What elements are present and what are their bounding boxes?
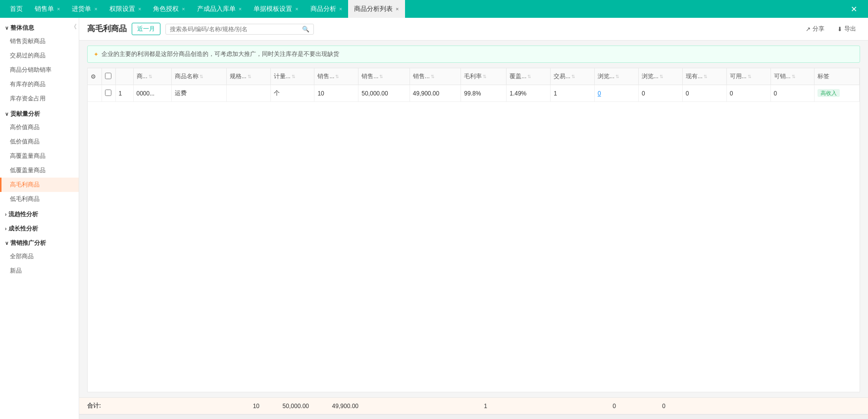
settings-icon[interactable]: ⚙ <box>91 73 96 80</box>
footer-sales2: 50,000.00 <box>269 403 309 410</box>
nav-close-icon[interactable]: × <box>339 6 342 12</box>
sidebar-item-商品分销助销率[interactable]: 商品分销助销率 <box>0 63 79 77</box>
nav-item-商品分析[interactable]: 商品分析× <box>305 0 348 18</box>
horizontal-scrollbar[interactable] <box>79 414 868 419</box>
sidebar-group-label: 成长性分析 <box>8 225 38 233</box>
sidebar-item-低毛利商品[interactable]: 低毛利商品 <box>0 192 79 206</box>
sort-icon: ⇅ <box>200 74 204 79</box>
sort-icon: ⇅ <box>292 74 296 79</box>
table-cell <box>226 85 270 102</box>
column-label: 标签 <box>817 72 829 81</box>
sidebar-group-流趋性分析[interactable]: ›流趋性分析 <box>0 206 79 221</box>
column-header- <box>102 68 115 85</box>
chevron-icon: ∨ <box>5 240 8 246</box>
row-checkbox[interactable] <box>105 90 111 96</box>
column-header-交易...[interactable]: 交易...⇅ <box>551 68 595 85</box>
sidebar-item-高价值商品[interactable]: 高价值商品 <box>0 120 79 135</box>
column-header-可销...[interactable]: 可销...⇅ <box>770 68 815 85</box>
sidebar-item-低覆盖量商品[interactable]: 低覆盖量商品 <box>0 163 79 178</box>
column-header-可用...[interactable]: 可用...⇅ <box>726 68 770 85</box>
sort-icon: ⇅ <box>704 74 708 79</box>
column-header-销售...[interactable]: 销售...⇅ <box>358 68 410 85</box>
footer-label: 合计: <box>87 402 101 410</box>
sidebar-item-库存资金占用[interactable]: 库存资金占用 <box>0 92 79 106</box>
sidebar-group-label: 营销推广分析 <box>10 239 46 247</box>
chevron-icon: › <box>5 212 6 217</box>
column-header-计量...[interactable]: 计量...⇅ <box>270 68 314 85</box>
sidebar-group-营销推广分析[interactable]: ∨营销推广分析 <box>0 235 79 249</box>
column-header-商...[interactable]: 商...⇅ <box>133 68 171 85</box>
column-header-覆盖...[interactable]: 覆盖...⇅ <box>507 68 551 85</box>
period-button[interactable]: 近一月 <box>132 23 160 35</box>
content-area: 高毛利商品 近一月 🔍 ↗ 分享 ⬇ 导出 ✦ 企业的主要 <box>79 18 868 419</box>
search-icon[interactable]: 🔍 <box>302 26 309 33</box>
sort-icon: ⇅ <box>571 74 575 79</box>
top-navigation: 首页销售单×进货单×权限设置×角色授权×产成品入库单×单据模板设置×商品分析×商… <box>0 0 868 18</box>
sidebar-item-新品[interactable]: 新品 <box>0 264 79 278</box>
nav-item-商品分析列表[interactable]: 商品分析列表× <box>348 0 405 18</box>
column-header-毛利率[interactable]: 毛利率⇅ <box>461 68 507 85</box>
table-cell: 1.49% <box>507 85 551 102</box>
nav-close-icon[interactable]: × <box>396 6 399 12</box>
nav-item-权限设置[interactable]: 权限设置× <box>103 0 147 18</box>
sidebar-group-label: 整体信息 <box>10 24 34 32</box>
select-all-checkbox[interactable] <box>105 73 111 79</box>
nav-item-单据模板设置[interactable]: 单据模板设置× <box>248 0 304 18</box>
nav-close-icon[interactable]: × <box>182 6 185 12</box>
nav-item-进货单[interactable]: 进货单× <box>66 0 103 18</box>
table-cell: 0 <box>595 85 639 102</box>
data-table: ⚙商...⇅商品名称⇅规格...⇅计量...⇅销售...⇅销售...⇅销售...… <box>88 68 860 102</box>
column-label: 销售... <box>317 72 334 81</box>
sidebar-item-高毛利商品[interactable]: 高毛利商品 <box>0 178 79 192</box>
table-cell: 0 <box>770 85 815 102</box>
sidebar-group-label: 流趋性分析 <box>8 210 38 219</box>
data-table-container: ⚙商...⇅商品名称⇅规格...⇅计量...⇅销售...⇅销售...⇅销售...… <box>87 68 860 392</box>
nav-item-销售单[interactable]: 销售单× <box>29 0 66 18</box>
table-cell: 个 <box>270 85 314 102</box>
sidebar-group-成长性分析[interactable]: ›成长性分析 <box>0 221 79 235</box>
table-cell: 0 <box>638 85 682 102</box>
column-label: 计量... <box>274 72 291 81</box>
sidebar-collapse-button[interactable]: 《 <box>69 22 79 32</box>
sidebar-item-高覆盖量商品[interactable]: 高覆盖量商品 <box>0 149 79 163</box>
sidebar-item-全部商品[interactable]: 全部商品 <box>0 249 79 264</box>
nav-item-首页[interactable]: 首页 <box>4 0 29 18</box>
window-close-button[interactable]: ✕ <box>844 0 864 18</box>
sidebar-group-贡献量分析[interactable]: ∨贡献量分析 <box>0 106 79 120</box>
nav-close-icon[interactable]: × <box>295 6 298 12</box>
sidebar-group-label: 贡献量分析 <box>10 110 40 118</box>
search-input[interactable] <box>170 26 302 33</box>
info-banner: ✦ 企业的主要的利润都是这部分商品创造的，可考虑加大推广，同时关注库存是不要出现… <box>87 46 860 63</box>
sidebar-group-整体信息[interactable]: ∨整体信息 <box>0 20 79 34</box>
column-header-规格...[interactable]: 规格...⇅ <box>226 68 270 85</box>
sort-icon: ⇅ <box>335 74 339 79</box>
column-header-销售...[interactable]: 销售...⇅ <box>314 68 358 85</box>
sidebar: 《 ∨整体信息销售贡献商品交易过的商品商品分销助销率有库存的商品库存资金占用∨贡… <box>0 18 79 419</box>
table-cell: 1 <box>551 85 595 102</box>
export-button[interactable]: ⬇ 导出 <box>833 23 860 35</box>
nav-item-角色授权[interactable]: 角色授权× <box>147 0 191 18</box>
share-button[interactable]: ↗ 分享 <box>802 23 828 35</box>
sidebar-item-有库存的商品[interactable]: 有库存的商品 <box>0 77 79 92</box>
table-link[interactable]: 0 <box>598 90 601 97</box>
column-header-浏览...[interactable]: 浏览...⇅ <box>638 68 682 85</box>
nav-close-icon[interactable]: × <box>239 6 242 12</box>
column-header-销售...[interactable]: 销售...⇅ <box>409 68 461 85</box>
sidebar-item-销售贡献商品[interactable]: 销售贡献商品 <box>0 34 79 48</box>
nav-close-icon[interactable]: × <box>94 6 97 12</box>
sidebar-item-低价值商品[interactable]: 低价值商品 <box>0 135 79 149</box>
nav-close-icon[interactable]: × <box>138 6 141 12</box>
nav-item-产成品入库单[interactable]: 产成品入库单× <box>191 0 248 18</box>
share-icon: ↗ <box>806 26 811 33</box>
column-header-现有...[interactable]: 现有...⇅ <box>682 68 726 85</box>
nav-close-icon[interactable]: × <box>57 6 60 12</box>
table-row: 10000...运费个1050,000.0049,900.0099.8%1.49… <box>88 85 860 102</box>
table-cell <box>88 85 102 102</box>
sidebar-item-交易过的商品[interactable]: 交易过的商品 <box>0 48 79 63</box>
sort-icon: ⇅ <box>527 74 531 79</box>
column-header-商品名称[interactable]: 商品名称⇅ <box>171 68 226 85</box>
column-header-浏览...[interactable]: 浏览...⇅ <box>595 68 639 85</box>
column-label: 覆盖... <box>510 72 526 81</box>
column-header-: ⚙ <box>88 68 102 85</box>
product-tag: 高收入 <box>817 89 840 97</box>
